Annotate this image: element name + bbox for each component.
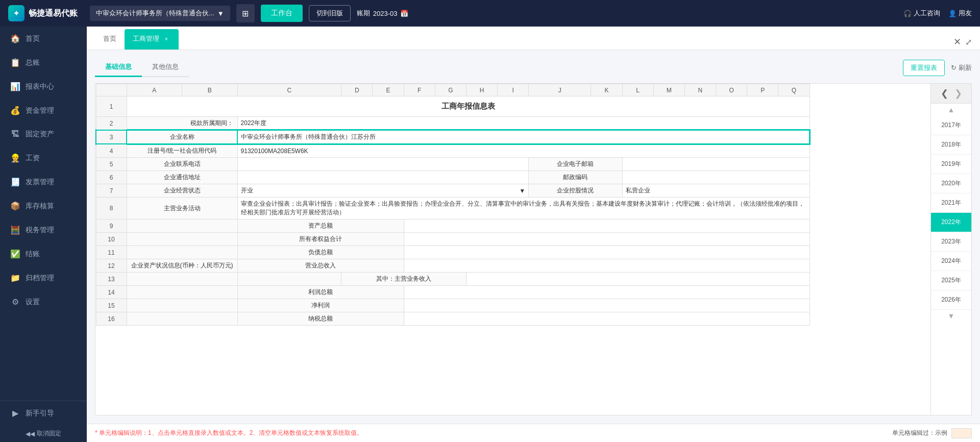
sidebar-item-reports[interactable]: 📊 报表中心: [0, 75, 87, 99]
year-item-2026[interactable]: 2026年: [931, 290, 971, 310]
sidebar-item-closing[interactable]: ✅ 结账: [0, 242, 87, 266]
row3-value[interactable]: 中审众环会计师事务所（特殊普通合伙）江苏分所: [237, 130, 810, 144]
row13-value[interactable]: [466, 273, 810, 286]
row14-value[interactable]: [404, 286, 810, 299]
toolbar-right: 重置报表 ↻ 刷新: [903, 60, 972, 76]
col-header-l: L: [622, 84, 653, 96]
ledger-icon: 📋: [10, 58, 20, 67]
row15-label: [127, 299, 237, 312]
sub-tab-basic[interactable]: 基础信息: [95, 58, 142, 77]
sidebar-item-archive[interactable]: 📁 归档管理: [0, 266, 87, 290]
row2-value[interactable]: 2022年度: [237, 117, 810, 131]
toolbar: 基础信息 其他信息 重置报表 ↻ 刷新: [95, 58, 972, 77]
sidebar-item-home[interactable]: 🏠 首页: [0, 27, 87, 51]
sidebar-item-label: 报表中心: [26, 82, 54, 91]
reports-icon: 📊: [10, 82, 20, 91]
year-item-2024[interactable]: 2024年: [931, 252, 971, 271]
row-num-6: 6: [96, 171, 127, 184]
row12-value[interactable]: [404, 259, 810, 273]
sidebar-item-tax[interactable]: 🧮 税务管理: [0, 218, 87, 242]
topbar: ✦ 畅捷通易代账 中审众环会计师事务所（特殊普通合伙... ▼ ⊞ 工作台 切到…: [0, 0, 980, 27]
year-item-2019[interactable]: 2019年: [931, 155, 971, 174]
col-header-o: O: [716, 84, 747, 96]
year-scroll-down[interactable]: ▼: [931, 310, 971, 322]
human-service-button[interactable]: 🎧 人工咨询: [903, 9, 940, 18]
table-row: 1 工商年报信息表: [96, 96, 810, 117]
year-item-2022[interactable]: 2022年: [931, 213, 971, 232]
tab-close-icon[interactable]: ×: [162, 35, 170, 43]
table-row: 4 注册号/统一社会信用代码 91320100MA208E5W6K: [96, 144, 810, 158]
refresh-label: 刷新: [959, 63, 972, 72]
edited-label: 单元格编辑过：示例: [892, 429, 947, 437]
row-num-14: 14: [96, 286, 127, 299]
sidebar-item-inventory[interactable]: 📦 库存核算: [0, 194, 87, 218]
invoice-icon: 🧾: [10, 177, 20, 187]
cancel-fix-button[interactable]: ◀◀ 取消固定: [0, 425, 87, 442]
sidebar-item-settings[interactable]: ⚙ 设置: [0, 290, 87, 314]
tab-home[interactable]: 首页: [95, 29, 125, 50]
switch-version-button[interactable]: 切到旧版: [309, 5, 351, 21]
row11-item-label: 负债总额: [237, 246, 404, 259]
sidebar-item-guide[interactable]: ▶ 新手引导: [0, 401, 87, 425]
year-item-2018[interactable]: 2018年: [931, 135, 971, 155]
expand-icon[interactable]: ⤢: [965, 37, 972, 47]
company-name: 中审众环会计师事务所（特殊普通合伙...: [96, 9, 214, 18]
workbench-button[interactable]: 工作台: [261, 5, 303, 22]
year-item-2020[interactable]: 2020年: [931, 174, 971, 193]
sidebar-item-payroll[interactable]: 👷 工资: [0, 146, 87, 170]
row15-item-label: 净利润: [237, 299, 404, 312]
table-row: 11 负债总额: [96, 246, 810, 259]
panel-controls: ❮ ❯: [931, 84, 971, 104]
row14-label: [127, 286, 237, 299]
tab-business-admin[interactable]: 工商管理 ×: [125, 29, 179, 50]
row7-value[interactable]: 开业 ▼: [237, 184, 529, 198]
year-item-2021[interactable]: 2021年: [931, 193, 971, 213]
row5-label: 企业联系电话: [127, 158, 237, 171]
payroll-icon: 👷: [10, 153, 20, 163]
company-selector[interactable]: 中审众环会计师事务所（特殊普通合伙... ▼: [90, 6, 230, 21]
row7-right-value[interactable]: 私营企业: [622, 184, 810, 198]
sub-tab-other[interactable]: 其他信息: [142, 58, 189, 77]
tab-home-label: 首页: [103, 34, 116, 43]
row-num-10: 10: [96, 233, 127, 246]
row10-value[interactable]: [404, 233, 810, 246]
row4-value[interactable]: 91320100MA208E5W6K: [237, 144, 810, 158]
sidebar-item-funds[interactable]: 💰 资金管理: [0, 99, 87, 122]
row6-value[interactable]: [237, 171, 529, 184]
user-avatar[interactable]: 👤 用友: [948, 9, 972, 18]
status-dropdown[interactable]: 开业 ▼: [241, 186, 526, 195]
company-settings-icon[interactable]: ⊞: [236, 4, 255, 22]
row5-right-value[interactable]: [622, 158, 810, 171]
cancel-fix-label: 取消固定: [37, 429, 61, 438]
calendar-icon[interactable]: 📅: [400, 10, 408, 17]
refresh-button[interactable]: ↻ 刷新: [951, 63, 972, 72]
row15-value[interactable]: [404, 299, 810, 312]
sidebar-item-invoice[interactable]: 🧾 发票管理: [0, 170, 87, 194]
year-item-2017[interactable]: 2017年: [931, 116, 971, 135]
sidebar-item-label: 工资: [26, 154, 40, 163]
col-header-d: D: [341, 84, 373, 96]
reset-report-button[interactable]: 重置报表: [903, 60, 945, 76]
row8-value[interactable]: 审查企业会计报表；出具审计报告；验证企业资本；出具验资报告；办理企业合开、分立、…: [237, 198, 810, 219]
panel-arrow-left[interactable]: ❮: [939, 87, 950, 100]
row16-value[interactable]: [404, 312, 810, 326]
table-row: 2 税款所属期间： 2022年度: [96, 117, 810, 131]
row6-right-value[interactable]: [622, 171, 810, 184]
year-item-2025[interactable]: 2025年: [931, 271, 971, 290]
row9-value[interactable]: [404, 219, 810, 233]
year-item-2023[interactable]: 2023年: [931, 232, 971, 252]
period-display: 账期 2023-03 📅: [357, 9, 409, 18]
sidebar-item-assets[interactable]: 🏗 固定资产: [0, 122, 87, 146]
table-row: 13 其中：主营业务收入: [96, 273, 810, 286]
year-scroll-up[interactable]: ▲: [931, 104, 971, 116]
row5-value[interactable]: [237, 158, 529, 171]
col-header-g: G: [435, 84, 466, 96]
table-row: 9 资产总额: [96, 219, 810, 233]
close-panel-icon[interactable]: ✕: [953, 36, 961, 47]
funds-icon: 💰: [10, 106, 20, 115]
row11-value[interactable]: [404, 246, 810, 259]
sidebar-item-ledger[interactable]: 📋 总账: [0, 51, 87, 75]
panel-arrow-right[interactable]: ❯: [952, 87, 964, 100]
row-num-1: 1: [96, 96, 127, 117]
spreadsheet-main[interactable]: A B C D E F G H I J K L: [95, 84, 930, 415]
